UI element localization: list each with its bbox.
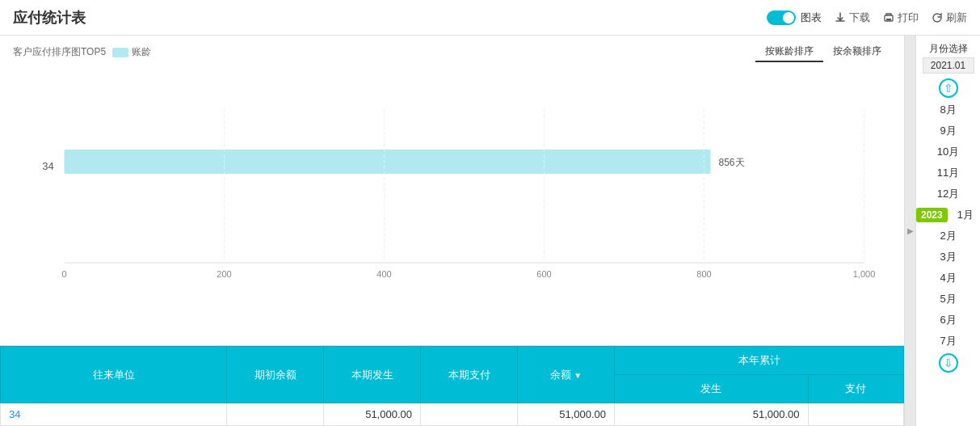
toggle-label: 图表 — [801, 11, 822, 25]
legend-age-label: 账龄 — [132, 45, 151, 59]
col-ytd: 本年累计 — [615, 347, 904, 375]
legend-age-color — [112, 48, 128, 57]
print-label: 打印 — [898, 11, 919, 25]
col-balance: 余额 ▼ — [518, 347, 615, 403]
print-button[interactable]: 打印 — [883, 11, 919, 25]
table-section: 往来单位 期初余额 本期发生 本期支付 余额 ▼ 本年累计 发生 — [0, 345, 904, 426]
cell-current-pay — [421, 403, 518, 426]
svg-text:0: 0 — [61, 269, 66, 279]
toggle-track[interactable] — [767, 11, 796, 25]
cell-balance: 51,000.00 — [518, 403, 615, 426]
svg-text:1,000: 1,000 — [853, 269, 876, 279]
sidebar-month-10[interactable]: 10月 — [916, 141, 980, 162]
col-ytd-occur: 发生 — [615, 375, 809, 403]
chart-wrapper: 34 856天 0 200 400 600 800 1,000 — [0, 69, 904, 345]
toggle-thumb — [783, 12, 794, 23]
legend-age: 账龄 — [112, 45, 151, 59]
header-actions: 图表 下载 打印 刷新 — [767, 11, 967, 25]
page-title: 应付统计表 — [13, 8, 86, 27]
sort-by-age-tab[interactable]: 按账龄排序 — [755, 42, 823, 62]
sidebar-month-4[interactable]: 4月 — [916, 268, 980, 289]
sidebar-month-11[interactable]: 11月 — [916, 162, 980, 183]
svg-text:800: 800 — [696, 269, 711, 279]
sidebar-month-7[interactable]: 7月 — [916, 331, 980, 352]
sidebar-month-3[interactable]: 3月 — [916, 247, 980, 268]
sidebar-month-1[interactable]: 1月 — [951, 206, 980, 224]
month-sidebar: 月份选择 2021.01 ⇧ 8月 9月 10月 11月 12月 2023 1月… — [915, 36, 980, 426]
app-header: 应付统计表 图表 下载 打印 刷新 — [0, 0, 980, 36]
refresh-label: 刷新 — [946, 11, 967, 25]
chart-controls: 客户应付排序图TOP5 账龄 按账龄排序 按余额排序 — [0, 36, 904, 69]
cell-ytd-pay — [808, 403, 903, 426]
col-current-occur: 本期发生 — [324, 347, 421, 403]
cell-opening — [227, 403, 324, 426]
refresh-button[interactable]: 刷新 — [932, 11, 967, 25]
cell-ytd-occur: 51,000.00 — [615, 403, 809, 426]
sidebar-month-8[interactable]: 8月 — [916, 99, 980, 120]
year-value[interactable]: 2021.01 — [923, 57, 974, 74]
sidebar-month-9[interactable]: 9月 — [916, 120, 980, 141]
sidebar-month-2[interactable]: 2月 — [916, 226, 980, 247]
svg-rect-3 — [65, 150, 711, 174]
print-icon — [883, 12, 894, 23]
sidebar-month-6[interactable]: 6月 — [916, 310, 980, 331]
svg-text:400: 400 — [376, 269, 391, 279]
svg-text:600: 600 — [536, 269, 551, 279]
sort-by-balance-tab[interactable]: 按余额排序 — [823, 42, 891, 62]
legend-top5-label: 客户应付排序图TOP5 — [13, 45, 106, 59]
cell-current-occur: 51,000.00 — [324, 403, 421, 426]
collapse-icon: ▶ — [907, 226, 914, 235]
legend-top5: 客户应付排序图TOP5 — [13, 45, 106, 59]
svg-text:856天: 856天 — [719, 157, 745, 168]
svg-text:200: 200 — [217, 269, 231, 279]
col-opening: 期初余额 — [227, 347, 324, 403]
svg-rect-1 — [886, 19, 891, 20]
sort-tabs: 按账龄排序 按余额排序 — [755, 42, 891, 62]
unit-link[interactable]: 34 — [9, 408, 20, 420]
sidebar-month-12[interactable]: 12月 — [916, 183, 980, 205]
chart-legend: 客户应付排序图TOP5 账龄 — [13, 45, 151, 59]
refresh-icon — [932, 12, 943, 23]
col-ytd-pay: 支付 — [808, 375, 903, 403]
chart-section: 客户应付排序图TOP5 账龄 按账龄排序 按余额排序 34 — [0, 36, 904, 426]
download-label: 下载 — [849, 11, 870, 25]
year-marker: 2023 — [916, 208, 948, 222]
sidebar-title: 月份选择 — [929, 39, 968, 57]
col-incoming: 往来单位 — [1, 347, 227, 403]
sidebar-down-btn[interactable]: ⇩ — [939, 353, 958, 373]
chart-svg: 34 856天 0 200 400 600 800 1,000 — [13, 69, 891, 279]
cell-unit: 34 — [1, 403, 227, 426]
collapse-handle[interactable]: ▶ — [904, 36, 915, 426]
main-content: 客户应付排序图TOP5 账龄 按账龄排序 按余额排序 34 — [0, 36, 980, 426]
data-table: 往来单位 期初余额 本期发生 本期支付 余额 ▼ 本年累计 发生 — [0, 346, 904, 426]
table-row: 34 51,000.00 51,000.00 51,000.00 — [1, 403, 904, 426]
sidebar-month-5[interactable]: 5月 — [916, 289, 980, 310]
col-current-pay: 本期支付 — [421, 347, 518, 403]
download-icon — [835, 12, 846, 23]
download-button[interactable]: 下载 — [835, 11, 870, 25]
svg-text:34: 34 — [42, 160, 53, 172]
table-header-row: 往来单位 期初余额 本期发生 本期支付 余额 ▼ 本年累计 — [1, 347, 904, 375]
sidebar-up-btn[interactable]: ⇧ — [939, 78, 958, 98]
chart-toggle[interactable]: 图表 — [767, 11, 822, 25]
